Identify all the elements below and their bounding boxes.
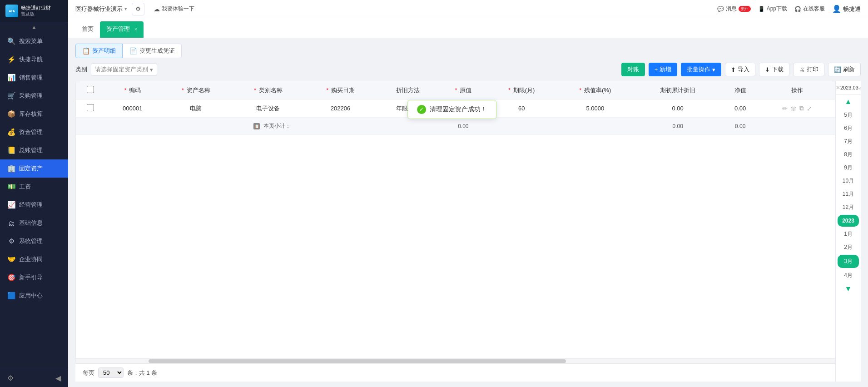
sidebar-item-baseinfo[interactable]: 🗂 基础信息	[0, 214, 68, 232]
print-button[interactable]: 🖨 打印	[793, 63, 824, 76]
sidebar-scroll-up[interactable]: ▲	[0, 22, 68, 32]
filter-chevron-icon: ▾	[150, 66, 153, 73]
refresh-icon: 🔄	[834, 66, 841, 73]
sidebar-item-inventory[interactable]: 📦 库存核算	[0, 105, 68, 123]
apps-icon: 🟦	[7, 292, 15, 300]
sidebar-item-sysmanage[interactable]: ⚙ 系统管理	[0, 232, 68, 250]
tab-asset[interactable]: 资产管理 ×	[100, 21, 144, 38]
company-name: 医疗器械行业演示	[75, 5, 123, 13]
download-icon: ⬇	[765, 66, 770, 73]
col-depreciation-method: 折旧方法	[377, 81, 439, 99]
folder-icon: 🗂	[7, 219, 15, 227]
sidebar-item-quicknav[interactable]: ⚡ 快捷导航	[0, 50, 68, 69]
sidebar-item-bizcollab[interactable]: 🤝 企业协同	[0, 250, 68, 268]
col-original-value: * 原值	[439, 81, 488, 99]
subtab-detail[interactable]: 📋 资产明细	[75, 44, 123, 58]
col-residual-rate: * 残值率(%)	[556, 81, 635, 99]
timeline-month-11[interactable]: 11月	[836, 188, 861, 201]
download-button[interactable]: ⬇ 下载	[759, 63, 789, 76]
sidebar-item-appcenter[interactable]: 🟦 应用中心	[0, 287, 68, 305]
edit-icon[interactable]: ✏	[782, 105, 788, 112]
user-avatar-icon: 👤	[832, 5, 841, 13]
table-scroll[interactable]: * 编码 * 资产名称 * 类别名称	[76, 81, 835, 358]
tab-close-icon[interactable]: ×	[134, 26, 137, 32]
sidebar-item-search[interactable]: 🔍 搜索菜单	[0, 32, 68, 50]
scrollbar-thumb	[149, 359, 566, 363]
timeline-month-4[interactable]: 4月	[836, 269, 861, 282]
logo-icon: AtA	[5, 5, 18, 17]
voucher-icon: 📄	[129, 47, 137, 55]
per-page-select[interactable]: 50 10 20 100	[98, 367, 124, 378]
app-download-label: App下载	[767, 5, 787, 13]
timeline-month-3-active[interactable]: 3月	[838, 255, 859, 268]
horizontal-scrollbar[interactable]	[76, 358, 835, 363]
refresh-button[interactable]: 🔄 刷新	[828, 63, 861, 76]
more-icon[interactable]: ⤢	[807, 105, 812, 112]
timeline-month-8[interactable]: 8月	[836, 148, 861, 161]
logo-text: 畅捷通好业财	[21, 5, 51, 11]
sidebar-item-fixed[interactable]: 🏢 固定资产	[0, 159, 68, 178]
book-icon: 📒	[7, 146, 15, 154]
timeline-month-12[interactable]: 12月	[836, 201, 861, 214]
new-button[interactable]: + 新增	[649, 63, 677, 76]
timeline-close-button[interactable]: ✕	[836, 84, 840, 91]
user-area[interactable]: 👤 畅捷通	[832, 5, 861, 13]
timeline-month-5[interactable]: 5月	[836, 109, 861, 122]
collapse-icon[interactable]: ◀	[55, 374, 61, 382]
row-purchase-date: 202206	[304, 99, 377, 118]
batch-ops-button[interactable]: 批量操作 ▾	[681, 63, 721, 76]
subtab-voucher[interactable]: 📄 变更生成凭证	[123, 44, 182, 58]
row-period: 60	[487, 99, 556, 118]
sidebar-item-label: 经营管理	[19, 201, 43, 209]
timeline-down-button[interactable]: ▼	[836, 282, 861, 296]
sidebar-item-ledger[interactable]: 📒 总账管理	[0, 141, 68, 159]
experience-link[interactable]: ☁ 我要体验一下	[154, 5, 194, 13]
timeline-year-2023[interactable]: 2023	[838, 215, 859, 227]
message-button[interactable]: 💬 消息 99+	[717, 5, 751, 13]
delete-icon[interactable]: 🗑	[790, 105, 797, 112]
timeline-month-2[interactable]: 2月	[836, 241, 861, 254]
app-download-button[interactable]: 📱 App下载	[758, 5, 787, 13]
handshake-icon: 🤝	[7, 255, 15, 263]
timeline-month-1[interactable]: 1月	[836, 228, 861, 241]
message-icon: 💬	[717, 6, 724, 12]
row-action-buttons: ✏ 🗑 ⧉ ⤢	[763, 104, 831, 112]
online-service-button[interactable]: 🎧 在线客服	[794, 5, 825, 13]
main-area: 医疗器械行业演示 ▾ ⚙ ☁ 我要体验一下 💬 消息 99+ 📱 App下载 🎧…	[68, 0, 868, 387]
scroll-up-icon: ▲	[31, 24, 37, 30]
category-filter[interactable]: 请选择固定资产类别 ▾	[91, 63, 157, 76]
subtab-voucher-label: 变更生成凭证	[139, 47, 175, 55]
sidebar-item-label: 快捷导航	[19, 55, 43, 64]
timeline-month-10[interactable]: 10月	[836, 174, 861, 188]
cart-icon: 🛒	[7, 92, 15, 100]
import-button[interactable]: ⬆ 导入	[725, 63, 755, 76]
col-category: * 类别名称	[232, 81, 304, 99]
sidebar-item-funds[interactable]: 💰 资金管理	[0, 123, 68, 141]
timeline-up-button[interactable]: ▲	[836, 95, 861, 109]
sidebar-item-label: 基础信息	[19, 219, 43, 227]
sidebar-item-label: 搜索菜单	[19, 37, 43, 45]
subtotal-row: 📋 本页小计： 0.00 0.00 0.00	[76, 118, 835, 135]
sidebar: AtA 畅捷通好业财 普及版 ▲ 🔍 搜索菜单 ⚡ 快捷导航 📊 销售管理 🛒 …	[0, 0, 68, 387]
sidebar-item-payroll[interactable]: 💵 工资	[0, 178, 68, 196]
settings-bottom-icon[interactable]: ⚙	[7, 374, 14, 382]
header-checkbox[interactable]	[87, 86, 94, 93]
sidebar-item-purchase[interactable]: 🛒 采购管理	[0, 87, 68, 105]
row-residual-rate: 5.0000	[556, 99, 635, 118]
timeline-month-6[interactable]: 6月	[836, 122, 861, 135]
timeline-month-7[interactable]: 7月	[836, 135, 861, 148]
topbar-settings-button[interactable]: ⚙	[132, 3, 144, 15]
tab-home[interactable]: 首页	[75, 21, 100, 38]
row-checkbox[interactable]	[87, 104, 94, 111]
timeline-month-9[interactable]: 9月	[836, 161, 861, 174]
company-selector[interactable]: 医疗器械行业演示 ▾	[75, 5, 127, 13]
sidebar-item-label: 销售管理	[19, 74, 43, 82]
gear-icon: ⚙	[7, 237, 15, 245]
col-period: * 期限(月)	[487, 81, 556, 99]
sidebar-item-sales[interactable]: 📊 销售管理	[0, 69, 68, 87]
timeline-expand-button[interactable]: ⤢	[858, 84, 861, 91]
copy-icon[interactable]: ⧉	[799, 104, 804, 112]
sidebar-item-newbie[interactable]: 🎯 新手引导	[0, 268, 68, 287]
reconcile-button[interactable]: 对账	[621, 63, 645, 76]
sidebar-item-bizmanage[interactable]: 📈 经营管理	[0, 196, 68, 214]
